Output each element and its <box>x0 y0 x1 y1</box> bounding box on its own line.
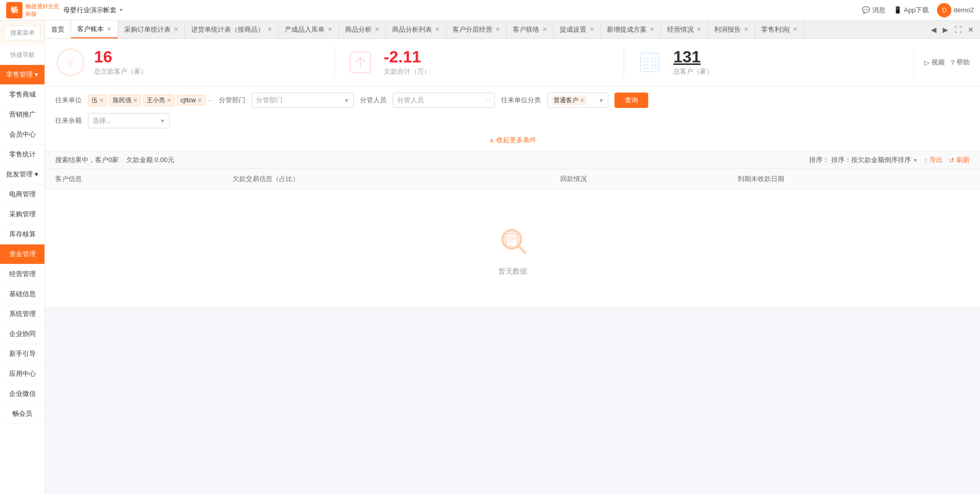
balance-placeholder: 选择... <box>93 116 111 125</box>
tab-product-instock[interactable]: 产成品入库单 ✕ <box>279 20 339 38</box>
refresh-btn[interactable]: ↺ 刷新 <box>949 155 970 165</box>
app-download-btn[interactable]: 📱 App下载 <box>894 6 929 15</box>
sort-select[interactable]: 排序： 排序：按欠款金额倒序排序 ▼ <box>809 155 918 165</box>
page-actions: ▷ 视频 ? 帮助 <box>924 58 970 67</box>
tab-profit-report[interactable]: 利润报告 ✕ <box>708 20 755 38</box>
tab-close-icon[interactable]: ✕ <box>107 26 111 32</box>
tab-new-improve-plan[interactable]: 新增提成方案 ✕ <box>601 20 661 38</box>
tab-home[interactable]: 首页 <box>45 20 71 38</box>
dept-filter-label: 分管部门 <box>219 96 245 105</box>
tab-close-icon[interactable]: ✕ <box>174 26 178 33</box>
tab-product-analysis[interactable]: 商品分析 ✕ <box>339 20 386 38</box>
sidebar-item-new-guide[interactable]: 新手引导 <box>0 344 44 364</box>
svg-rect-8 <box>652 64 656 69</box>
company-select[interactable]: 母婴行业演示帐套 ▼ <box>63 6 124 15</box>
sidebar-item-capital-mgmt[interactable]: 资金管理 <box>0 244 44 264</box>
message-btn[interactable]: 💬 消息 <box>862 6 885 15</box>
tab-customer-contact[interactable]: 客户联络 ✕ <box>507 20 554 38</box>
sidebar-item-member-center[interactable]: 会员中心 <box>0 125 44 145</box>
tab-product-analysis-list[interactable]: 商品分析列表 ✕ <box>386 20 446 38</box>
tab-next-btn[interactable]: ▶ <box>941 25 950 35</box>
sort-chevron-icon: ▼ <box>913 158 918 163</box>
sidebar-item-wholesale-mgmt[interactable]: 批发管理 ▾ <box>0 165 44 185</box>
balance-select[interactable]: 选择... ▼ <box>88 113 170 128</box>
tab-customer-segment[interactable]: 客户分层经营 ✕ <box>446 20 507 38</box>
tab-close-icon[interactable]: ✕ <box>793 26 797 33</box>
person-placeholder: 分管人员 <box>397 96 424 105</box>
sidebar-item-inventory[interactable]: 库存核算 <box>0 224 44 244</box>
sidebar-item-marketing[interactable]: 营销推广 <box>0 105 44 125</box>
chevron-down-icon: ▼ <box>119 7 124 13</box>
unit-tag-group: 伍 ✕ 陈民强 ✕ 王小亮 ✕ cjttcw ✕ ··· <box>88 95 213 106</box>
tab-bar-actions: ◀ ▶ ⛶ ✕ <box>925 20 980 38</box>
tab-bar: 首页 客户账本 ✕ 采购订单统计表 ✕ 进货单统计表（按商品） ✕ 产成品入库单… <box>45 20 980 39</box>
page-content: ¥ 16 总欠款客户（家） <box>45 39 980 494</box>
tab-close-icon[interactable]: ✕ <box>375 26 379 33</box>
col-repayment: 回款情况 <box>550 169 727 189</box>
sidebar-item-retail-stats[interactable]: 零售统计 <box>0 145 44 165</box>
sidebar-item-enterprise-wechat[interactable]: 企业微信 <box>0 384 44 404</box>
tab-close-icon[interactable]: ✕ <box>650 26 654 33</box>
unit-filter-label: 往来单位 <box>55 96 82 105</box>
sidebar-item-quick-nav[interactable]: 快捷导航 <box>0 46 44 65</box>
tab-close-icon[interactable]: ✕ <box>435 26 440 33</box>
stats-row: ¥ 16 总欠款客户（家） <box>45 39 980 86</box>
help-btn[interactable]: ? 帮助 <box>951 58 970 67</box>
sidebar: 搜索菜单 快捷导航 零售管理 ▾ 零售商城 营销推广 会员中心 零售统计 批发管… <box>0 20 45 494</box>
tab-improve-settings[interactable]: 提成设置 ✕ <box>554 20 601 38</box>
filter-area: 往来单位 伍 ✕ 陈民强 ✕ 王小亮 ✕ cjttcw ✕ ··· 分管部门 分… <box>45 86 980 151</box>
sidebar-item-vip-member[interactable]: 畅会员 <box>0 404 44 424</box>
sidebar-item-retail-mall[interactable]: 零售商城 <box>0 85 44 105</box>
table-header-row: 客户信息 欠款交易信息（占比） 回款情况 到期未收款日期 <box>45 169 980 189</box>
sidebar-item-business-mgmt[interactable]: 经营管理 <box>0 264 44 284</box>
dept-select[interactable]: 分管部门 ▼ <box>252 93 354 108</box>
tab-close-icon[interactable]: ✕ <box>697 26 701 33</box>
person-select[interactable]: 分管人员 ··· <box>393 93 495 108</box>
top-bar-right: 💬 消息 📱 App下载 D demo2 <box>862 3 974 17</box>
tag-close-wu[interactable]: ✕ <box>99 97 104 104</box>
svg-rect-13 <box>507 234 517 246</box>
tab-incoming-stats[interactable]: 进货单统计表（按商品） ✕ <box>185 20 279 38</box>
tab-purchase-order[interactable]: 采购订单统计表 ✕ <box>118 20 185 38</box>
tab-close-icon[interactable]: ✕ <box>589 26 594 33</box>
search-menu-btn[interactable]: 搜索菜单 <box>4 26 40 40</box>
unit-class-select[interactable]: 普通客户 ✕ ▼ <box>547 93 608 108</box>
tab-close-icon[interactable]: ✕ <box>495 26 500 33</box>
table-head: 客户信息 欠款交易信息（占比） 回款情况 到期未收款日期 <box>45 169 980 189</box>
tab-close-icon[interactable]: ✕ <box>744 26 748 33</box>
tag-close-cjttcw[interactable]: ✕ <box>197 97 202 104</box>
search-button[interactable]: 查询 <box>614 93 648 108</box>
unit-class-chevron-icon: ▼ <box>599 98 604 103</box>
sidebar-search-area: 搜索菜单 <box>0 20 44 46</box>
download-icon: 📱 <box>894 6 902 14</box>
tab-customer-account[interactable]: 客户账本 ✕ <box>71 20 118 38</box>
export-btn[interactable]: ↑ 导出 <box>924 155 943 165</box>
stat-block-total-customers: 131 总客户（家） <box>634 47 914 78</box>
sidebar-item-purchase-mgmt[interactable]: 采购管理 <box>0 205 44 224</box>
total-customers-label: 总欠款客户（家） <box>94 67 147 76</box>
stat-block-debt: -2.11 欠款合计（万） <box>345 47 625 78</box>
unit-class-close[interactable]: ✕ <box>580 97 584 104</box>
customers-icon: ¥ <box>55 47 86 78</box>
tab-close-icon[interactable]: ✕ <box>267 26 272 33</box>
tab-close-all-btn[interactable]: ✕ <box>966 25 976 35</box>
tab-retail-profit[interactable]: 零售利润( ✕ <box>755 20 804 38</box>
tab-business-info[interactable]: 经营情况 ✕ <box>661 20 708 38</box>
tab-close-icon[interactable]: ✕ <box>328 26 332 33</box>
sidebar-item-app-center[interactable]: 应用中心 <box>0 364 44 384</box>
sidebar-item-basic-info[interactable]: 基础信息 <box>0 284 44 304</box>
video-btn[interactable]: ▷ 视频 <box>924 58 945 67</box>
svg-rect-7 <box>644 64 648 69</box>
collapse-btn[interactable]: ∧ 收起更多条件 <box>489 136 536 145</box>
sidebar-item-system-mgmt[interactable]: 系统管理 <box>0 304 44 324</box>
sidebar-item-ecommerce-mgmt[interactable]: 电商管理 <box>0 185 44 205</box>
tag-close-wang[interactable]: ✕ <box>167 97 171 104</box>
sidebar-item-enterprise-collab[interactable]: 企业协同 <box>0 324 44 344</box>
tab-prev-btn[interactable]: ◀ <box>929 25 939 35</box>
tab-close-icon[interactable]: ✕ <box>542 26 547 33</box>
tag-close-chen[interactable]: ✕ <box>133 97 138 104</box>
user-profile[interactable]: D demo2 <box>937 3 974 17</box>
sidebar-item-retail-mgmt[interactable]: 零售管理 ▾ <box>0 65 44 85</box>
tab-fullscreen-btn[interactable]: ⛶ <box>952 25 964 35</box>
filter-more-btn[interactable]: ··· <box>208 97 213 104</box>
